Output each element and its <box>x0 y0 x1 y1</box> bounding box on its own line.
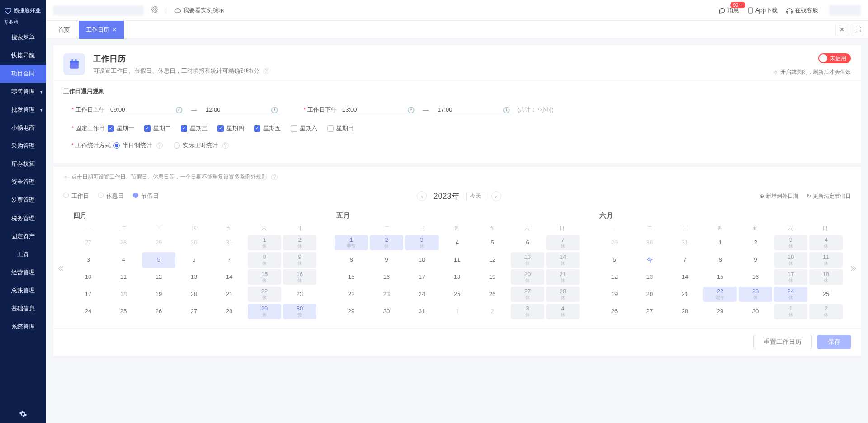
sidebar-item[interactable]: 快捷导航 <box>0 47 46 65</box>
am-start-input[interactable] <box>108 104 184 115</box>
calendar-day[interactable]: 17 <box>71 287 105 302</box>
calendar-day[interactable]: 16 <box>739 269 772 285</box>
app-download[interactable]: App下载 <box>747 6 778 14</box>
user-avatar[interactable] <box>829 5 861 16</box>
calendar-day[interactable]: 2 <box>739 235 772 250</box>
calendar-day[interactable]: 20 <box>177 287 211 302</box>
calendar-day[interactable]: 27 <box>177 304 211 319</box>
calendar-day[interactable]: 10 <box>405 252 439 268</box>
weekday-checkbox[interactable]: 星期五 <box>254 124 281 132</box>
tab-work-calendar[interactable]: 工作日历 ✕ <box>79 21 124 39</box>
weekday-checkbox[interactable]: 星期一 <box>108 124 134 132</box>
calendar-day[interactable]: 5 <box>142 252 175 268</box>
help-icon[interactable]: ? <box>263 68 269 74</box>
calendar-day[interactable]: 29 <box>598 235 631 250</box>
calendar-day[interactable]: 18 <box>440 269 474 285</box>
calendar-day[interactable]: 21休 <box>546 269 580 285</box>
calendar-day[interactable]: 12 <box>142 269 175 285</box>
sidebar-item[interactable]: 批发管理▾ <box>0 101 46 119</box>
calendar-day[interactable]: 5 <box>598 252 631 268</box>
calendar-day[interactable]: 24 <box>71 304 105 319</box>
org-selector[interactable] <box>53 5 144 15</box>
sidebar-item[interactable]: 搜索菜单 <box>0 28 46 47</box>
calendar-day[interactable]: 4 <box>440 235 474 250</box>
calendar-day[interactable]: 8休 <box>248 252 281 268</box>
sidebar-item[interactable]: 工资 <box>0 245 46 263</box>
calendar-day[interactable]: 9休 <box>283 252 316 268</box>
calendar-day[interactable]: 20 <box>633 287 666 302</box>
calendar-day[interactable]: 31 <box>668 235 702 250</box>
calendar-day[interactable]: 29 <box>335 304 368 319</box>
calendar-day[interactable]: 23休 <box>739 287 772 302</box>
demo-link[interactable]: 我要看实例演示 <box>174 6 224 14</box>
today-button[interactable]: 今天 <box>466 192 485 201</box>
calendar-day[interactable]: 15 <box>335 269 368 285</box>
weekday-checkbox[interactable]: 星期六 <box>291 124 317 132</box>
calendar-day[interactable]: 17休 <box>774 269 807 285</box>
calendar-day[interactable]: 12 <box>598 269 631 285</box>
sidebar-item[interactable]: 基础信息 <box>0 300 46 318</box>
calendar-day[interactable]: 7 <box>212 252 246 268</box>
calendar-day[interactable]: 3休 <box>511 304 544 319</box>
sidebar-item[interactable]: 采购管理 <box>0 137 46 155</box>
help-icon[interactable]: ? <box>222 142 229 149</box>
calendar-day[interactable]: 14 <box>212 269 246 285</box>
sidebar-item[interactable]: 总账管理 <box>0 282 46 300</box>
calendar-day[interactable]: 23 <box>370 287 403 302</box>
calendar-day[interactable]: 4 <box>107 252 140 268</box>
tab-close-all[interactable]: ✕ <box>835 24 848 36</box>
calendar-day[interactable]: 30 <box>370 304 403 319</box>
calendar-day[interactable]: 1休 <box>248 235 281 250</box>
calendar-day[interactable]: 18 <box>107 287 140 302</box>
sidebar-item[interactable]: 资金管理 <box>0 173 46 191</box>
settings-icon[interactable] <box>151 6 158 14</box>
calendar-day[interactable]: 4休 <box>809 235 843 250</box>
tab-home[interactable]: 首页 <box>51 21 77 39</box>
sidebar-item[interactable]: 系统管理 <box>0 318 46 336</box>
year-next[interactable]: › <box>491 191 501 201</box>
calendar-day[interactable]: 30劳 <box>283 304 316 319</box>
calendar-day[interactable]: 2休 <box>809 304 843 319</box>
calendar-day[interactable]: 1休 <box>774 304 807 319</box>
calendar-day[interactable]: 29 <box>142 235 175 250</box>
calendar-day[interactable]: 15休 <box>248 269 281 285</box>
calendar-day[interactable]: 今 <box>633 252 666 268</box>
calendar-day[interactable]: 13 <box>177 269 211 285</box>
sidebar-item[interactable]: 库存核算 <box>0 155 46 173</box>
calendar-day[interactable]: 11休 <box>809 252 843 268</box>
calendar-day[interactable]: 13 <box>633 269 666 285</box>
calendar-day[interactable]: 16 <box>370 269 403 285</box>
messages-button[interactable]: 消息 99 + <box>718 6 739 14</box>
tab-fullscreen[interactable]: ⛶ <box>852 24 864 36</box>
sidebar-item[interactable]: 零售管理▾ <box>0 83 46 101</box>
calendar-day[interactable]: 23 <box>283 287 316 302</box>
calendar-day[interactable]: 22 <box>335 287 368 302</box>
calendar-day[interactable]: 6 <box>511 235 544 250</box>
calendar-day[interactable]: 17 <box>405 269 439 285</box>
calendar-day[interactable]: 18休 <box>809 269 843 285</box>
calendar-day[interactable]: 25 <box>107 304 140 319</box>
calendar-day[interactable]: 26 <box>142 304 175 319</box>
weekday-checkbox[interactable]: 星期三 <box>181 124 208 132</box>
calendar-day[interactable]: 21 <box>212 287 246 302</box>
calendar-day[interactable]: 26 <box>476 287 509 302</box>
update-legal-button[interactable]: ↻更新法定节假日 <box>807 193 851 200</box>
calendar-day[interactable]: 30 <box>177 235 211 250</box>
pm-end-input[interactable] <box>435 104 512 115</box>
calendar-day[interactable]: 1 <box>703 235 737 250</box>
calendar-day[interactable]: 2 <box>476 304 509 319</box>
sidebar-settings[interactable] <box>0 405 46 423</box>
calendar-day[interactable]: 8 <box>703 252 737 268</box>
calendar-day[interactable]: 25 <box>809 287 843 302</box>
reset-button[interactable]: 重置工作日历 <box>753 335 812 349</box>
calendar-day[interactable]: 2休 <box>370 235 403 250</box>
sidebar-item[interactable]: 发票管理 <box>0 191 46 209</box>
sidebar-item[interactable]: 经营管理 <box>0 263 46 282</box>
add-exception-button[interactable]: ⊕新增例外日期 <box>760 193 798 200</box>
calendar-day[interactable]: 28休 <box>546 287 580 302</box>
calendar-day[interactable]: 11 <box>107 269 140 285</box>
calendar-day[interactable]: 31 <box>212 235 246 250</box>
weekday-checkbox[interactable]: 星期二 <box>144 124 171 132</box>
calendar-day[interactable]: 8 <box>335 252 368 268</box>
calendar-day[interactable]: 2休 <box>283 235 316 250</box>
